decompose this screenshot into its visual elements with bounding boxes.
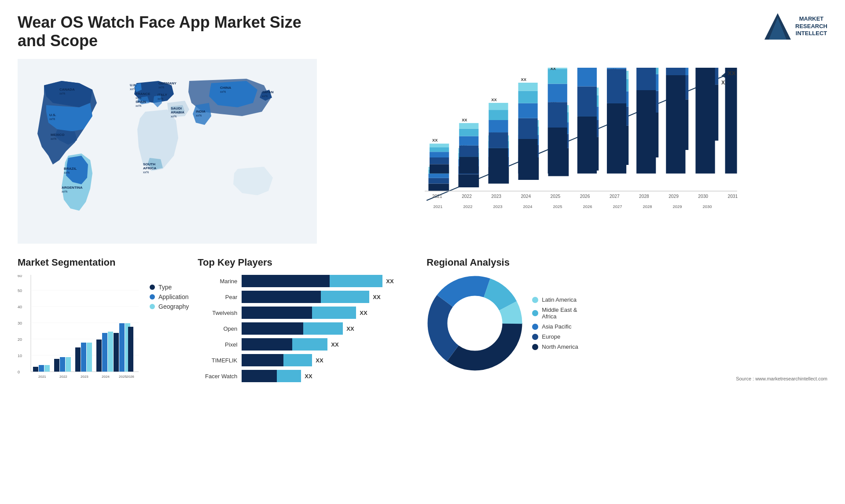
regional-section: Regional Analysis [426,257,827,381]
svg-text:AFRICA: AFRICA [143,166,156,170]
logo-text: MARKET RESEARCH INTELLECT [795,15,827,38]
svg-rect-213 [119,323,125,372]
svg-rect-196 [33,367,38,372]
svg-rect-125 [518,139,538,174]
player-pear-bar: XX [242,291,418,303]
svg-text:xx%: xx% [51,137,56,140]
player-open-bar-light [303,322,343,335]
svg-rect-113 [430,147,449,152]
player-timeflik-bar: XX [242,354,418,366]
svg-rect-118 [459,129,478,136]
player-facer-val: XX [305,373,312,380]
key-players-section: Top Key Players Marine XX Pear [198,257,418,382]
world-map-svg: CANADA xx% U.S. xx% MEXICO xx% BRAZIL xx… [18,59,317,244]
regional-legend-asia-label: Asia Pacific [542,323,571,330]
svg-rect-115 [459,157,478,173]
svg-text:XX: XX [462,118,467,122]
svg-rect-38 [429,184,449,191]
svg-text:XX: XX [551,68,556,71]
svg-rect-132 [548,84,567,102]
svg-text:XX: XX [728,70,736,77]
player-twelveish-bar: XX [242,307,418,319]
legend-application-dot [150,294,155,299]
legend-geography: Geography [150,303,189,310]
svg-text:xx%: xx% [158,97,163,100]
world-map-section: CANADA xx% U.S. xx% MEXICO xx% BRAZIL xx… [18,59,317,244]
key-players-title: Top Key Players [198,257,418,268]
player-open-bar-dark [242,322,303,335]
player-twelveish-name: Twelveish [198,310,237,316]
players-list: Marine XX Pear XX [198,275,418,382]
svg-text:2022: 2022 [462,194,472,199]
svg-text:0: 0 [18,370,20,374]
svg-text:2026: 2026 [580,194,590,199]
svg-text:2021: 2021 [434,205,443,209]
svg-text:CHINA: CHINA [220,86,231,90]
legend-type: Type [150,284,189,291]
svg-rect-120 [489,148,508,174]
svg-text:INDIA: INDIA [196,110,206,113]
player-pear: Pear XX [198,291,418,303]
legend-geography-dot [150,304,155,309]
svg-text:2023: 2023 [81,375,88,379]
svg-rect-208 [96,340,102,372]
svg-rect-40 [429,174,449,178]
main-bar-chart-svg: XX XX 2021 XX 2022 [334,68,814,217]
legend-geography-label: Geography [158,303,189,310]
svg-rect-45 [459,174,479,187]
regional-legend-northamerica-label: North America [542,343,578,350]
legend-type-dot [150,285,155,290]
regional-legend-europe: Europe [532,333,578,340]
main-bar-chart-section: XX XX 2021 XX 2022 [330,59,827,244]
svg-text:FRANCE: FRANCE [136,92,151,96]
svg-text:xx%: xx% [62,190,67,193]
legend-application-label: Application [158,293,189,300]
svg-text:xx%: xx% [143,171,149,174]
svg-rect-160 [725,68,745,174]
svg-text:JAPAN: JAPAN [262,90,274,94]
svg-text:50: 50 [18,289,22,293]
player-facer-bar-dark [242,370,277,382]
player-timeflik-bar-light [283,354,312,366]
svg-text:XX: XX [432,138,438,142]
svg-rect-205 [81,343,86,372]
svg-rect-210 [108,332,113,372]
segmentation-legend: Type Application Geography [150,284,189,310]
player-marine: Marine XX [198,275,418,287]
regional-legend-europe-dot [532,334,538,340]
segmentation-title: Market Segmentation [18,257,189,268]
company-logo: MARKET RESEARCH INTELLECT [764,13,827,40]
svg-rect-121 [489,132,508,148]
svg-text:2021: 2021 [432,194,442,199]
player-open-bar: XX [242,322,418,335]
player-pixel-name: Pixel [198,341,237,348]
svg-rect-129 [518,83,538,91]
main-content: CANADA xx% U.S. xx% MEXICO xx% BRAZIL xx… [18,59,827,244]
svg-rect-197 [39,365,44,372]
player-twelveish: Twelveish XX [198,307,418,319]
svg-text:ARABIA: ARABIA [171,110,184,114]
regional-legend-latin: Latin America [532,296,578,303]
svg-text:2029: 2029 [673,205,682,209]
svg-text:60: 60 [18,275,22,278]
player-facer-bar: XX [242,370,418,382]
svg-text:CANADA: CANADA [59,88,75,91]
svg-text:XX: XX [491,98,497,102]
player-twelveish-bar-dark [242,307,312,319]
regional-legend-mea-dot [532,310,538,316]
bottom-section: Market Segmentation 0 10 20 30 40 50 60 [18,257,827,391]
svg-text:2026: 2026 [126,375,134,379]
svg-text:xx%: xx% [136,104,141,107]
player-pear-bar-dark [242,291,321,303]
svg-text:GERMANY: GERMANY [158,81,177,85]
svg-rect-112 [430,152,449,157]
svg-rect-141 [607,69,626,103]
player-facer-bar-light [277,370,301,382]
svg-point-225 [448,296,502,351]
svg-text:U.K.: U.K. [130,83,137,87]
svg-rect-200 [54,359,59,372]
svg-text:2030: 2030 [698,194,708,199]
svg-rect-114 [430,144,449,148]
svg-text:2022: 2022 [59,375,67,379]
svg-text:30: 30 [18,321,22,325]
